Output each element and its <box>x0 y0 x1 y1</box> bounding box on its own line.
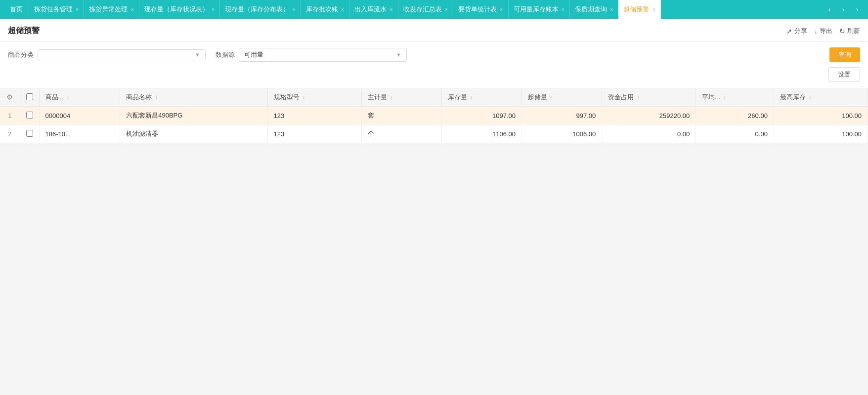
col-maxstock[interactable]: 最高库存 ↕ <box>774 88 868 107</box>
col-code[interactable]: 商品... ↕ <box>39 88 120 107</box>
data-table-container: ⚙ 商品... ↕ 商品名称 ↕ 规格型号 ↕ 主计量 <box>0 88 868 143</box>
close-icon[interactable]: × <box>445 6 448 12</box>
close-icon[interactable]: × <box>292 6 295 12</box>
row-unit: 个 <box>361 125 441 143</box>
row-capital: 0.00 <box>602 125 696 143</box>
row-code: 186-10... <box>39 125 120 143</box>
category-select[interactable]: ▼ <box>38 49 206 60</box>
close-icon[interactable]: × <box>76 6 79 12</box>
row-code: 0000004 <box>39 107 120 125</box>
settings-button[interactable]: 设置 <box>828 67 860 82</box>
page-header: 超储预警 ➚ 分享 ↓ 导出 ↻ 刷新 <box>0 19 868 41</box>
header-actions: ➚ 分享 ↓ 导出 ↻ 刷新 <box>786 27 860 36</box>
col-avg[interactable]: 平均... ↕ <box>696 88 774 107</box>
row-overstock: 997.00 <box>522 107 602 125</box>
nav-tab-kucu[interactable]: 库存批次账 × <box>301 0 349 19</box>
export-button[interactable]: ↓ 导出 <box>814 27 832 36</box>
nav-tab-yaohuo[interactable]: 要货单统计表 × <box>453 0 508 19</box>
row-number: 2 <box>0 125 20 143</box>
filters-area: 商品分类 ▼ 数据源 可用量 ▼ 查询 设置 <box>0 41 868 88</box>
nav-tab-chaochuyujing[interactable]: 超储预警 × <box>618 0 660 19</box>
row-number: 1 <box>0 107 20 125</box>
row-spec: 123 <box>267 125 361 143</box>
row-capital: 259220.00 <box>602 107 696 125</box>
filter-action-buttons: 查询 <box>829 47 860 62</box>
row-avg: 260.00 <box>696 107 774 125</box>
table-body: 1 0000004 六配套新昌490BPG 123 套 1097.00 997.… <box>0 107 868 143</box>
sort-icon: ↕ <box>637 95 640 100</box>
sort-icon: ↕ <box>551 95 553 100</box>
row-stock: 1097.00 <box>441 107 521 125</box>
category-label: 商品分类 <box>8 50 34 59</box>
category-filter-group: 商品分类 ▼ <box>8 49 206 60</box>
gear-icon[interactable]: ⚙ <box>6 93 13 101</box>
row-spec: 123 <box>267 107 361 125</box>
datasource-filter-group: 数据源 可用量 ▼ <box>216 48 407 62</box>
sort-icon: ↕ <box>471 95 473 100</box>
export-icon: ↓ <box>814 27 818 35</box>
top-navigation: 首页 拣货任务管理 × 拣货异常处理 × 现存量（库存状况表） × 现存量（库存… <box>0 0 868 19</box>
chevron-down-icon: ▼ <box>195 52 200 58</box>
nav-tab-jianhuoyichang[interactable]: 拣货异常处理 × <box>84 0 139 19</box>
row-avg: 0.00 <box>696 125 774 143</box>
close-icon[interactable]: × <box>562 6 564 12</box>
nav-more-button[interactable]: › <box>850 0 864 19</box>
col-unit[interactable]: 主计量 ↕ <box>361 88 441 107</box>
row-checkbox-cell <box>20 107 39 125</box>
close-icon[interactable]: × <box>130 6 133 12</box>
close-icon[interactable]: × <box>610 6 613 12</box>
row-maxstock: 100.00 <box>774 107 868 125</box>
nav-tab-churukuliushui[interactable]: 出入库流水 × <box>349 0 398 19</box>
close-icon[interactable]: × <box>341 6 344 12</box>
nav-tab-jianhuorenwu[interactable]: 拣货任务管理 × <box>29 0 84 19</box>
row-checkbox[interactable] <box>26 130 33 137</box>
close-icon[interactable]: × <box>212 6 215 12</box>
close-icon[interactable]: × <box>652 6 655 12</box>
row-stock: 1106.00 <box>441 125 521 143</box>
datasource-select-value: 可用量 <box>244 50 263 59</box>
row-name: 机油滤清器 <box>120 125 267 143</box>
checkbox-column-header <box>20 88 39 107</box>
table-row: 2 186-10... 机油滤清器 123 个 1106.00 1006.00 … <box>0 125 868 143</box>
share-icon: ➚ <box>786 27 792 35</box>
query-button[interactable]: 查询 <box>829 47 860 62</box>
nav-tab-xiancunliang2[interactable]: 现存量（库存分布表） × <box>220 0 301 19</box>
settings-column-header: ⚙ <box>0 88 20 107</box>
col-overstock[interactable]: 超储量 ↕ <box>522 88 602 107</box>
datasource-label: 数据源 <box>216 50 235 59</box>
share-button[interactable]: ➚ 分享 <box>786 27 807 36</box>
row-maxstock: 100.00 <box>774 125 868 143</box>
nav-next-button[interactable]: › <box>836 0 850 19</box>
row-name: 六配套新昌490BPG <box>120 107 267 125</box>
col-capital[interactable]: 资金占用 ↕ <box>602 88 696 107</box>
table-row: 1 0000004 六配套新昌490BPG 123 套 1097.00 997.… <box>0 107 868 125</box>
select-all-checkbox[interactable] <box>26 93 33 100</box>
sort-icon: ↕ <box>67 95 69 100</box>
nav-tab-xiancunliang1[interactable]: 现存量（库存状况表） × <box>139 0 220 19</box>
nav-prev-button[interactable]: ‹ <box>823 0 836 19</box>
row-overstock: 1006.00 <box>522 125 602 143</box>
nav-home[interactable]: 首页 <box>4 0 29 19</box>
row-checkbox[interactable] <box>26 112 33 118</box>
col-spec[interactable]: 规格型号 ↕ <box>267 88 361 107</box>
row-checkbox-cell <box>20 125 39 143</box>
nav-arrows: ‹ › › <box>823 0 864 19</box>
refresh-icon: ↻ <box>839 27 845 35</box>
data-table: ⚙ 商品... ↕ 商品名称 ↕ 规格型号 ↕ 主计量 <box>0 88 868 143</box>
col-name[interactable]: 商品名称 ↕ <box>120 88 267 107</box>
sort-icon: ↕ <box>303 95 305 100</box>
nav-tab-shoufacun[interactable]: 收发存汇总表 × <box>398 0 453 19</box>
col-stock[interactable]: 库存量 ↕ <box>441 88 521 107</box>
sort-icon: ↕ <box>809 95 812 100</box>
sort-icon: ↕ <box>724 95 726 100</box>
row-unit: 套 <box>361 107 441 125</box>
nav-tab-baozhi[interactable]: 保质期查询 × <box>570 0 618 19</box>
sort-icon: ↕ <box>390 95 392 100</box>
close-icon[interactable]: × <box>500 6 503 12</box>
datasource-select[interactable]: 可用量 ▼ <box>239 48 407 62</box>
page-title: 超储预警 <box>8 26 40 36</box>
refresh-button[interactable]: ↻ 刷新 <box>839 27 860 36</box>
close-icon[interactable]: × <box>390 6 392 12</box>
sort-icon: ↕ <box>155 95 158 100</box>
nav-tab-keyongliang[interactable]: 可用量库存账本 × <box>509 0 570 19</box>
